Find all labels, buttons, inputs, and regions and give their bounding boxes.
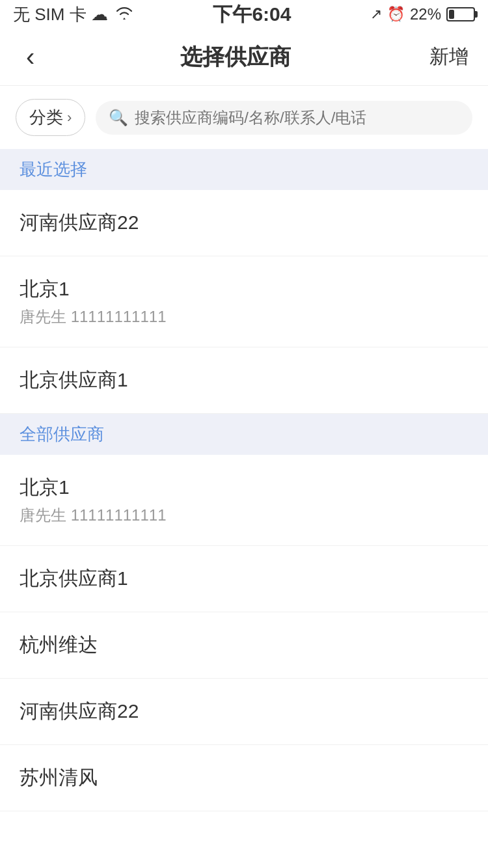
list-item[interactable]: 北京供应商1 xyxy=(0,347,488,414)
item-name: 河南供应商22 xyxy=(20,210,468,236)
list-item[interactable]: 河南供应商22 xyxy=(0,190,488,256)
item-name: 北京1 xyxy=(20,276,468,303)
battery-icon xyxy=(446,7,475,21)
all-section-header: 全部供应商 xyxy=(0,414,488,455)
recent-list: 河南供应商22北京1唐先生 11111111111北京供应商1 xyxy=(0,190,488,414)
item-name: 河南供应商22 xyxy=(20,698,468,725)
list-item[interactable]: 北京1唐先生 11111111111 xyxy=(0,256,488,347)
status-left: 无 SIM 卡 ☁ xyxy=(13,3,134,26)
list-item[interactable]: 杭州维达 xyxy=(0,612,488,679)
back-button[interactable]: ‹ xyxy=(20,36,41,78)
list-item[interactable]: 北京1唐先生 11111111111 xyxy=(0,455,488,546)
sim-status: 无 SIM 卡 ☁ xyxy=(13,3,108,26)
item-name: 杭州维达 xyxy=(20,632,468,658)
list-item[interactable]: 苏州清风 xyxy=(0,745,488,811)
recent-section-header: 最近选择 xyxy=(0,149,488,190)
add-button[interactable]: 新增 xyxy=(429,44,468,70)
item-name: 北京1 xyxy=(20,474,468,501)
wifi-icon xyxy=(115,5,134,25)
item-name: 苏州清风 xyxy=(20,765,468,791)
item-name: 北京供应商1 xyxy=(20,565,468,592)
list-item[interactable]: 北京供应商1 xyxy=(0,546,488,612)
battery-percent: 22% xyxy=(410,5,441,23)
chevron-right-icon: › xyxy=(67,109,72,126)
search-input[interactable] xyxy=(135,109,459,127)
item-sub: 唐先生 11111111111 xyxy=(20,306,468,327)
category-label: 分类 xyxy=(29,106,63,129)
filter-bar: 分类 › 🔍 xyxy=(0,86,488,149)
status-bar: 无 SIM 卡 ☁ 下午6:04 ↗ ⏰ 22% xyxy=(0,0,488,29)
status-right: ↗ ⏰ 22% xyxy=(370,5,475,23)
item-name: 北京供应商1 xyxy=(20,367,468,394)
all-list: 北京1唐先生 11111111111北京供应商1杭州维达河南供应商22苏州清风 xyxy=(0,455,488,811)
search-icon: 🔍 xyxy=(109,109,128,127)
item-sub: 唐先生 11111111111 xyxy=(20,505,468,526)
status-time: 下午6:04 xyxy=(213,1,291,28)
search-box: 🔍 xyxy=(96,101,472,135)
location-icon: ↗ xyxy=(370,6,382,23)
page-title: 选择供应商 xyxy=(180,42,291,72)
alarm-icon: ⏰ xyxy=(387,6,405,23)
category-button[interactable]: 分类 › xyxy=(16,99,85,136)
nav-bar: ‹ 选择供应商 新增 xyxy=(0,29,488,86)
list-item[interactable]: 河南供应商22 xyxy=(0,679,488,745)
